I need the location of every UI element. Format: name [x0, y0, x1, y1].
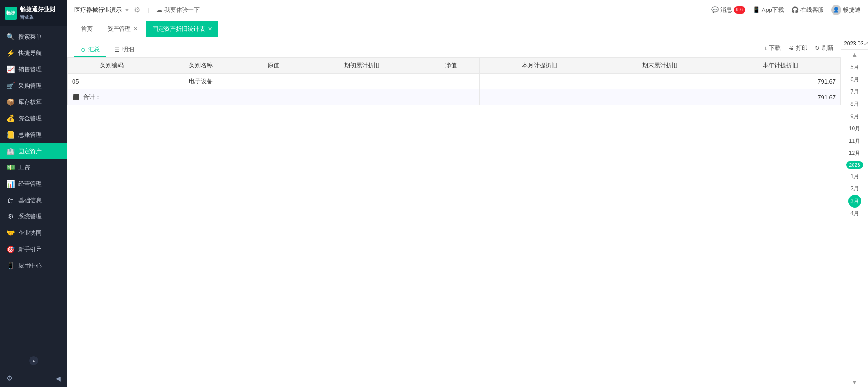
- operations-icon: 📊: [6, 180, 15, 188]
- company-name: 医疗器械行业演示: [74, 6, 122, 14]
- sub-tabs: ⊙ 汇总 ☰ 明细 ↓ 下载 🖨 打印: [67, 38, 841, 57]
- sidebar-item-purchase[interactable]: 🛒 采购管理: [0, 78, 67, 94]
- month-item-10[interactable]: 10月: [841, 123, 868, 135]
- sales-icon: 📈: [6, 65, 15, 74]
- print-btn[interactable]: 🖨 打印: [788, 44, 808, 52]
- sidebar-item-system[interactable]: ⚙ 系统管理: [0, 208, 67, 225]
- row-code: 05: [68, 74, 156, 89]
- experience-btn[interactable]: ☁ 我要体验一下: [156, 6, 200, 14]
- sidebar-item-quicknav[interactable]: ⚡ 快捷导航: [0, 45, 67, 61]
- date-scroll-down[interactable]: ▼: [841, 377, 868, 387]
- dropdown-icon: ▼: [124, 7, 129, 13]
- month-item-9[interactable]: 9月: [841, 110, 868, 123]
- month-item-11[interactable]: 11月: [841, 135, 868, 147]
- refresh-btn[interactable]: ↻ 刷新: [815, 44, 833, 52]
- total-period-end-depr: [600, 89, 720, 105]
- month-item-12[interactable]: 12月: [841, 147, 868, 159]
- print-icon: 🖨: [788, 45, 794, 51]
- sidebar-item-ledger[interactable]: 📒 总账管理: [0, 127, 67, 143]
- topbar: 医疗器械行业演示 ▼ ⚙ | ☁ 我要体验一下 💬 消息 99+ 📱 App下载…: [67, 0, 868, 20]
- sidebar-header: 畅捷 畅捷通好业财 普及版: [0, 0, 67, 26]
- month-item-5[interactable]: 5月: [841, 61, 868, 74]
- total-icon: ⬛: [72, 94, 79, 100]
- col-name: 类别名称: [156, 58, 245, 74]
- sidebar-item-wages[interactable]: 💵 工资: [0, 159, 67, 176]
- guide-icon: 🎯: [6, 245, 15, 253]
- total-period-start-depr: [302, 89, 422, 105]
- sidebar-item-sales[interactable]: 📈 销售管理: [0, 61, 67, 78]
- download-btn[interactable]: ↓ 下载: [764, 44, 781, 52]
- month-item-2[interactable]: 2月: [841, 183, 868, 195]
- col-period-end-depr: 期末累计折旧: [600, 58, 720, 74]
- year-badge-2023[interactable]: 2023: [846, 161, 863, 169]
- purchase-icon: 🛒: [6, 82, 15, 90]
- sidebar-scroll-up[interactable]: ▲: [29, 356, 38, 365]
- table-header-row: 类别编码 类别名称 原值 期初累计折旧 净值 本月计提折旧 期末累计折旧 本年计…: [68, 58, 841, 74]
- row-net-value: [422, 74, 480, 89]
- summary-icon: ⊙: [81, 46, 86, 53]
- gear-icon[interactable]: ⚙: [134, 5, 140, 14]
- message-icon: 💬: [711, 6, 719, 13]
- app-download-btn[interactable]: 📱 App下载: [753, 6, 784, 14]
- total-month-depr: [480, 89, 600, 105]
- online-service-btn[interactable]: 🎧 在线客服: [791, 6, 824, 14]
- month-item-1[interactable]: 1月: [841, 170, 868, 183]
- settings-icon[interactable]: ⚙: [6, 374, 13, 382]
- sidebar-item-fixed-assets[interactable]: 🏢 固定资产: [0, 143, 67, 159]
- quicknav-icon: ⚡: [6, 49, 15, 57]
- collapse-icon[interactable]: ◀: [56, 375, 61, 382]
- sub-tab-detail[interactable]: ☰ 明细: [108, 43, 140, 57]
- month-item-4[interactable]: 4月: [841, 208, 868, 220]
- col-original: 原值: [245, 58, 302, 74]
- tab-asset-management[interactable]: 资产管理 ✕: [101, 21, 144, 37]
- main-content: 医疗器械行业演示 ▼ ⚙ | ☁ 我要体验一下 💬 消息 99+ 📱 App下载…: [67, 0, 868, 387]
- sidebar-item-collaboration[interactable]: 🤝 企业协同: [0, 225, 67, 241]
- sidebar-item-inventory[interactable]: 📦 库存核算: [0, 94, 67, 110]
- total-label: ⬛ 合计：: [68, 89, 245, 105]
- month-item-8[interactable]: 8月: [841, 98, 868, 110]
- row-year-depr: 791.67: [720, 74, 840, 89]
- download-icon: ↓: [764, 45, 768, 51]
- depreciation-table: 类别编码 类别名称 原值 期初累计折旧 净值 本月计提折旧 期末累计折旧 本年计…: [67, 57, 841, 105]
- user-btn[interactable]: 👤 畅捷通: [831, 5, 861, 15]
- tab-home[interactable]: 首页: [74, 21, 99, 37]
- app-title: 畅捷通好业财: [20, 5, 55, 14]
- message-badge: 99+: [734, 6, 745, 14]
- sidebar-item-basic-info[interactable]: 🗂 基础信息: [0, 192, 67, 208]
- fixed-assets-icon: 🏢: [6, 147, 15, 155]
- month-item-7[interactable]: 7月: [841, 86, 868, 98]
- sidebar-item-guide[interactable]: 🎯 新手引导: [0, 241, 67, 258]
- date-list: 5月 6月 7月 8月 9月 10月 11月 12月 2023 1月 2月 3月…: [841, 60, 868, 377]
- sidebar-item-apps[interactable]: 📱 应用中心: [0, 258, 67, 274]
- company-selector[interactable]: 医疗器械行业演示 ▼: [74, 6, 129, 14]
- close-report-tab-btn[interactable]: ✕: [208, 26, 212, 32]
- sidebar-footer: ⚙ ◀: [0, 369, 67, 387]
- month-item-3-selected[interactable]: 3月: [848, 195, 861, 208]
- sidebar-item-search[interactable]: 🔍 搜索菜单: [0, 29, 67, 45]
- table-wrapper: 类别编码 类别名称 原值 期初累计折旧 净值 本月计提折旧 期末累计折旧 本年计…: [67, 57, 841, 387]
- wages-icon: 💵: [6, 164, 15, 172]
- row-original: [245, 74, 302, 89]
- refresh-icon: ↻: [815, 45, 820, 51]
- basic-info-icon: 🗂: [6, 197, 15, 204]
- service-icon: 🎧: [791, 6, 799, 13]
- table-total-row: ⬛ 合计： 791.67: [68, 89, 841, 105]
- date-panel-top: 2023.03 ⤢ ✕: [841, 38, 868, 50]
- collaboration-icon: 🤝: [6, 229, 15, 237]
- month-item-6[interactable]: 6月: [841, 74, 868, 86]
- sidebar-nav: 🔍 搜索菜单 ⚡ 快捷导航 📈 销售管理 🛒 采购管理 📦 库存核算 💰 资金管…: [0, 26, 67, 354]
- table-row: 05 电子设备 791.67: [68, 74, 841, 89]
- message-btn[interactable]: 💬 消息 99+: [711, 6, 745, 14]
- sidebar-item-funds[interactable]: 💰 资金管理: [0, 110, 67, 127]
- row-period-end-depr: [600, 74, 720, 89]
- date-panel: 2023.03 ⤢ ✕ ▲ 5月 6月 7月 8月 9月 10月 11月 12月…: [841, 38, 868, 387]
- sidebar: 畅捷 畅捷通好业财 普及版 🔍 搜索菜单 ⚡ 快捷导航 📈 销售管理 🛒 采购管…: [0, 0, 67, 387]
- sidebar-item-operations[interactable]: 📊 经营管理: [0, 176, 67, 192]
- tab-fixed-assets-report[interactable]: 固定资产折旧统计表 ✕: [146, 21, 218, 37]
- date-scroll-up[interactable]: ▲: [841, 50, 868, 60]
- sub-tab-summary[interactable]: ⊙ 汇总: [74, 43, 106, 57]
- expand-icon[interactable]: ⤢: [863, 40, 868, 47]
- ledger-icon: 📒: [6, 131, 15, 139]
- close-asset-tab-btn[interactable]: ✕: [134, 26, 138, 32]
- app-logo: 畅捷: [5, 7, 17, 20]
